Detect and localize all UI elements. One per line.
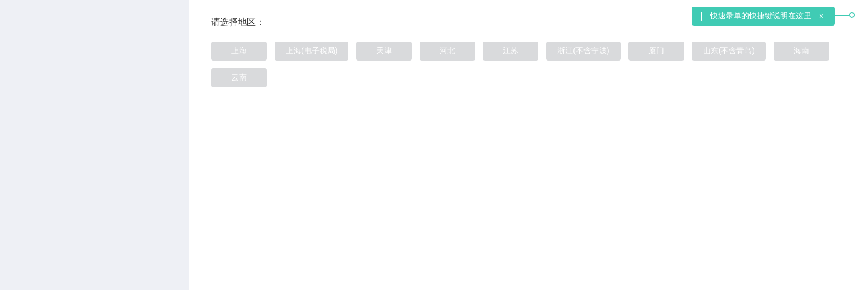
tooltip-banner: 快速录单的快捷键说明在这里 × [692,7,835,26]
region-button-shanghai[interactable]: 上海 [211,42,267,61]
region-button-zhejiang[interactable]: 浙江(不含宁波) [546,42,620,61]
region-button-hainan[interactable]: 海南 [774,42,829,61]
region-button-tianjin[interactable]: 天津 [356,42,412,61]
region-buttons-container: 上海上海(电子税局)天津河北江苏浙江(不含宁波)厦门山东(不含青岛)海南云南 [211,42,846,87]
left-sidebar [0,0,189,290]
region-button-hebei[interactable]: 河北 [420,42,475,61]
tooltip-close-button[interactable]: × [817,12,826,21]
region-button-yunnan[interactable]: 云南 [211,68,267,87]
region-button-shanghai-etax[interactable]: 上海(电子税局) [275,42,348,61]
tooltip-text: 快速录单的快捷键说明在这里 [710,11,811,21]
tooltip-connector-dot [849,12,855,18]
tooltip-connector-line [835,15,849,16]
region-button-shandong[interactable]: 山东(不含青岛) [692,42,766,61]
main-content: 请选择地区： 上海上海(电子税局)天津河北江苏浙江(不含宁波)厦门山东(不含青岛… [189,0,868,290]
region-button-jiangsu[interactable]: 江苏 [483,42,538,61]
region-button-xiamen[interactable]: 厦门 [628,42,684,61]
